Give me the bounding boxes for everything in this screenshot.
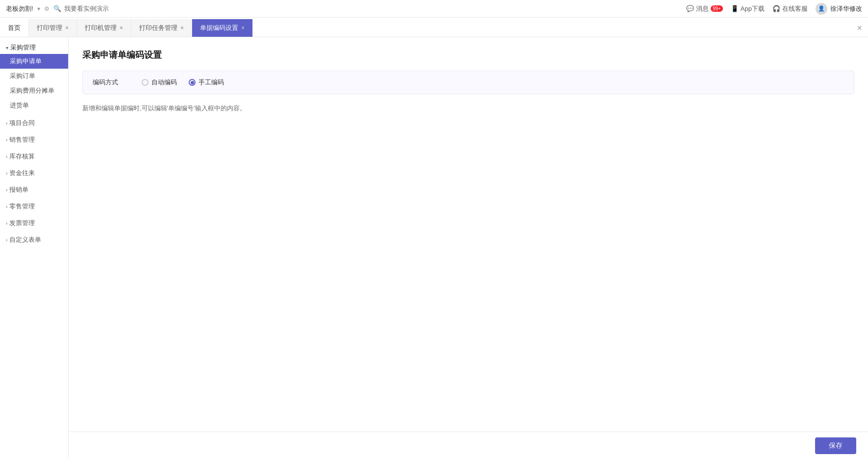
sidebar-group-sales-label: 销售管理 (9, 135, 35, 144)
radio-manual-encoding[interactable]: 手工编码 (189, 78, 224, 87)
sidebar-item-purchase-order[interactable]: 采购订单 (0, 69, 68, 83)
sidebar-group-invoice-title[interactable]: › 发票管理 (0, 215, 68, 230)
arrow-icon: ▾ (6, 45, 8, 51)
arrow-icon: › (6, 187, 7, 193)
arrow-icon: › (6, 137, 7, 143)
tab-printer-manage-close[interactable]: × (120, 25, 123, 31)
tab-print-task-manage-close[interactable]: × (180, 25, 184, 31)
sidebar-group-capital-title[interactable]: › 资金往来 (0, 165, 68, 179)
footer-bar: 保存 (69, 432, 868, 459)
sidebar-group-custom-form-label: 自定义表单 (9, 235, 41, 244)
radio-manual-label: 手工编码 (198, 78, 224, 87)
tab-bar: 首页 打印管理 × 打印机管理 × 打印任务管理 × 单据编码设置 × × (0, 18, 868, 37)
message-label: 消息 (696, 4, 709, 13)
tab-bar-close-all[interactable]: × (857, 23, 862, 33)
sidebar-group-custom-form-title[interactable]: › 自定义表单 (0, 231, 68, 246)
sidebar-item-purchase-request[interactable]: 采购申请单 (0, 54, 68, 69)
sidebar-group-inventory-title[interactable]: › 库存核算 (0, 148, 68, 163)
sidebar: ▾ 采购管理 采购申请单 采购订单 采购费用分摊单 进货单 › 项目合同 (0, 37, 69, 459)
top-bar-left: 老板勿割! ▾ ⚙ 🔍 我要看实例演示 (6, 4, 109, 13)
dropdown-icon[interactable]: ▾ (37, 5, 40, 12)
arrow-icon: › (6, 154, 7, 159)
radio-auto-label: 自动编码 (151, 78, 177, 87)
sidebar-group-return: › 报销单 (0, 181, 68, 196)
page-title: 采购申请单编码设置 (82, 49, 854, 61)
arrow-icon: › (6, 237, 7, 243)
sidebar-group-inventory: › 库存核算 (0, 148, 68, 163)
sidebar-group-capital: › 资金往来 (0, 165, 68, 179)
sidebar-group-purchase: ▾ 采购管理 采购申请单 采购订单 采购费用分摊单 进货单 (0, 39, 68, 113)
tab-home-label: 首页 (8, 24, 21, 32)
sidebar-item-purchase-request-label: 采购申请单 (10, 57, 42, 66)
online-service-action[interactable]: 🎧 在线客服 (772, 4, 808, 13)
app-title: 老板勿割! (6, 4, 33, 13)
sidebar-group-return-label: 报销单 (9, 185, 28, 194)
sidebar-group-purchase-label: 采购管理 (10, 43, 36, 52)
radio-group-encoding: 自动编码 手工编码 (142, 78, 224, 87)
sidebar-item-purchase-expense-label: 采购费用分摊单 (10, 86, 54, 95)
tab-printer-manage[interactable]: 打印机管理 × (77, 19, 131, 37)
sidebar-group-capital-label: 资金往来 (9, 169, 35, 178)
main-layout: ▾ 采购管理 采购申请单 采购订单 采购费用分摊单 进货单 › 项目合同 (0, 37, 868, 459)
sidebar-group-project-contract: › 项目合同 (0, 115, 68, 129)
avatar: 👤 (816, 3, 827, 15)
sidebar-group-retail-label: 零售管理 (9, 202, 35, 211)
top-bar: 老板勿割! ▾ ⚙ 🔍 我要看实例演示 💬 消息 99+ 📱 App下载 🎧 在… (0, 0, 868, 18)
sidebar-group-purchase-title[interactable]: ▾ 采购管理 (0, 39, 68, 54)
encoding-label: 编码方式 (93, 78, 122, 87)
online-service-label: 在线客服 (782, 4, 808, 13)
settings-icon[interactable]: ⚙ (44, 5, 50, 12)
search-icon: 🔍 (53, 5, 61, 12)
sidebar-group-project-contract-title[interactable]: › 项目合同 (0, 115, 68, 129)
sidebar-group-custom-form: › 自定义表单 (0, 231, 68, 246)
sidebar-item-purchase-expense[interactable]: 采购费用分摊单 (0, 83, 68, 98)
sidebar-group-invoice-label: 发票管理 (9, 219, 35, 228)
radio-manual-circle (189, 79, 196, 86)
tab-single-code-setting[interactable]: 单据编码设置 × (192, 19, 253, 37)
sidebar-group-inventory-label: 库存核算 (9, 152, 35, 161)
encoding-section: 编码方式 自动编码 手工编码 (82, 71, 854, 94)
tab-single-code-setting-label: 单据编码设置 (200, 24, 238, 32)
description-text: 新增和编辑单据编时,可以编辑'单编编号'输入框中的内容。 (82, 102, 854, 115)
user-info[interactable]: 👤 徐泽华修改 (816, 3, 862, 15)
sidebar-group-sales: › 销售管理 (0, 131, 68, 146)
top-bar-right: 💬 消息 99+ 📱 App下载 🎧 在线客服 👤 徐泽华修改 (686, 3, 862, 15)
content-inner: 采购申请单编码设置 编码方式 自动编码 手工编码 (69, 37, 868, 432)
search-text: 我要看实例演示 (64, 4, 109, 13)
radio-auto-encoding[interactable]: 自动编码 (142, 78, 177, 87)
arrow-icon: › (6, 221, 7, 226)
sidebar-group-retail-title[interactable]: › 零售管理 (0, 198, 68, 213)
sidebar-group-retail: › 零售管理 (0, 198, 68, 213)
message-icon: 💬 (686, 5, 694, 12)
message-badge: 99+ (711, 5, 723, 12)
headset-icon: 🎧 (772, 5, 780, 12)
tab-print-manage[interactable]: 打印管理 × (29, 19, 77, 37)
arrow-icon: › (6, 121, 7, 126)
sidebar-group-invoice: › 发票管理 (0, 215, 68, 230)
app-download-icon: 📱 (731, 5, 739, 12)
tab-print-task-manage-label: 打印任务管理 (139, 24, 177, 32)
arrow-icon: › (6, 171, 7, 176)
save-button[interactable]: 保存 (815, 437, 856, 454)
sidebar-group-project-contract-label: 项目合同 (9, 119, 35, 128)
app-download-label: App下载 (741, 4, 765, 13)
tab-home[interactable]: 首页 (0, 19, 29, 37)
sidebar-item-goods-receipt-label: 进货单 (10, 101, 29, 110)
content-area: 采购申请单编码设置 编码方式 自动编码 手工编码 (69, 37, 868, 459)
user-name: 徐泽华修改 (830, 4, 862, 13)
arrow-icon: › (6, 204, 7, 209)
message-action[interactable]: 💬 消息 99+ (686, 4, 723, 13)
sidebar-item-goods-receipt[interactable]: 进货单 (0, 98, 68, 113)
tab-print-manage-close[interactable]: × (65, 25, 69, 31)
radio-auto-circle (142, 79, 149, 86)
app-download-action[interactable]: 📱 App下载 (731, 4, 765, 13)
tab-bar-wrapper: 首页 打印管理 × 打印机管理 × 打印任务管理 × 单据编码设置 × × (0, 19, 868, 37)
tab-print-manage-label: 打印管理 (37, 24, 62, 32)
sidebar-item-purchase-order-label: 采购订单 (10, 72, 35, 80)
tab-printer-manage-label: 打印机管理 (85, 24, 117, 32)
sidebar-group-sales-title[interactable]: › 销售管理 (0, 131, 68, 146)
sidebar-group-return-title[interactable]: › 报销单 (0, 181, 68, 196)
tab-single-code-setting-close[interactable]: × (241, 25, 245, 31)
tab-print-task-manage[interactable]: 打印任务管理 × (131, 19, 192, 37)
search-bar[interactable]: 🔍 我要看实例演示 (53, 4, 109, 13)
